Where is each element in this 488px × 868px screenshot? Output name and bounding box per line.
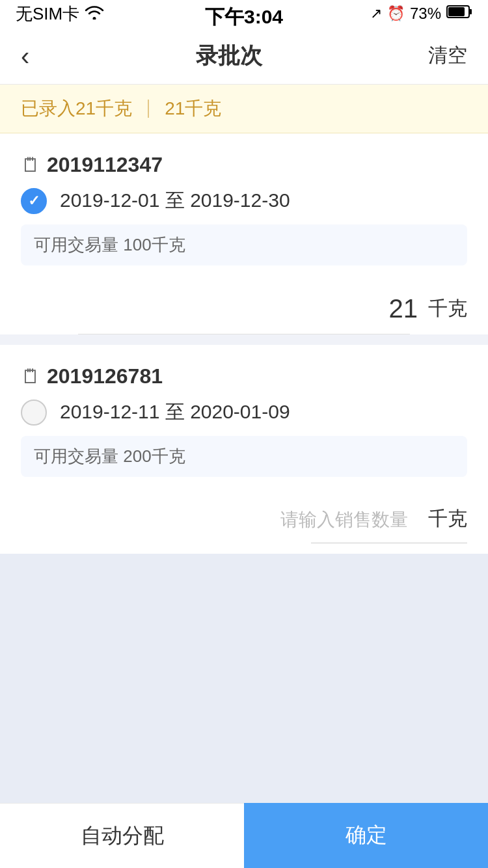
batch1-qty: 可用交易量 100千克 [21,224,467,265]
battery-icon [446,5,472,23]
batch1-unit: 千克 [428,295,467,322]
confirm-button[interactable]: 确定 [244,803,488,868]
card-separator [0,334,488,345]
location-icon: ↗ [370,5,382,22]
batch2-card: 🗒 2019126781 2019-12-11 至 2020-01-09 可用交… [0,345,488,493]
batch1-amount-row: 21 千克 [0,281,488,334]
batch2-header: 🗒 2019126781 [21,364,467,388]
back-button[interactable]: ‹ [21,43,29,69]
clear-button[interactable]: 清空 [428,42,467,69]
status-bar: 无SIM卡 下午3:04 ↗ ⏰ 73% [0,0,488,27]
info-divider [148,100,149,118]
batch2-unit: 千克 [428,506,467,532]
recorded-label: 已录入21千克 [21,96,132,121]
battery-text: 73% [410,5,441,23]
batch1-amount: 21 [389,294,418,323]
alarm-icon: ⏰ [387,5,405,22]
status-right: ↗ ⏰ 73% [370,5,472,23]
recorded-value: 21千克 [165,96,221,121]
bottom-bar: 自动分配 确定 [0,803,488,868]
carrier-text: 无SIM卡 [16,3,79,25]
batch1-card: 🗒 2019112347 2019-12-01 至 2019-12-30 可用交… [0,133,488,281]
info-banner: 已录入21千克 21千克 [0,85,488,133]
batch2-date: 2019-12-11 至 2020-01-09 [60,399,290,426]
batch1-header: 🗒 2019112347 [21,153,467,177]
batch1-date-row: 2019-12-01 至 2019-12-30 [21,187,467,214]
batch2-icon: 🗒 [21,366,40,388]
status-time: 下午3:04 [205,4,283,31]
batch2-date-row: 2019-12-11 至 2020-01-09 [21,399,467,426]
batch1-date: 2019-12-01 至 2019-12-30 [60,187,290,214]
batch1-radio[interactable] [21,188,47,214]
nav-bar: ‹ 录批次 清空 [0,27,488,85]
batch2-input-wrapper: 千克 [0,493,488,554]
batch2-qty: 可用交易量 200千克 [21,436,467,477]
auto-distribute-button[interactable]: 自动分配 [0,803,244,868]
qty-input[interactable] [157,507,418,531]
batch2-id: 2019126781 [47,364,163,388]
content-area: 已录入21千克 21千克 🗒 2019112347 2019-12-01 至 2… [0,85,488,803]
svg-rect-2 [448,7,465,16]
status-left: 无SIM卡 [16,3,104,25]
batch1-id: 2019112347 [47,153,163,177]
batch2-radio[interactable] [21,400,47,426]
empty-area [0,554,488,803]
batch1-icon: 🗒 [21,154,40,176]
wifi-icon [85,4,104,24]
batch2-input-row: 千克 [0,493,488,543]
svg-rect-1 [469,9,472,14]
batch1-amount-wrapper: 21 千克 [0,281,488,334]
page-title: 录批次 [196,41,262,71]
